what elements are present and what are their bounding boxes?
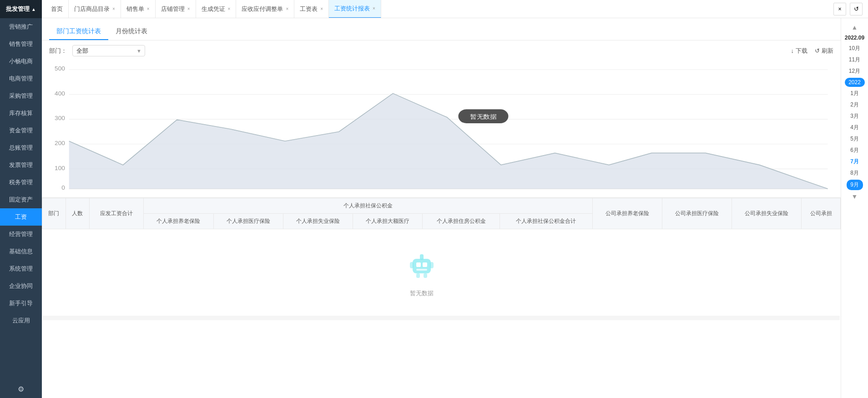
- timeline-nav-down[interactable]: ▼: [852, 191, 858, 202]
- tab-close-icon[interactable]: ×: [112, 6, 115, 11]
- toolbar-right: ↓ 下载 ↺ 刷新: [791, 47, 834, 55]
- timeline-panel: ▲ 2022.09 10月 11月 12月 2022 1月 2月 3月 4月 5…: [841, 18, 868, 398]
- sidebar-header: 批发管理 ▲: [0, 0, 42, 18]
- svg-rect-20: [410, 262, 414, 268]
- gear-icon[interactable]: ⚙: [18, 385, 24, 393]
- svg-rect-16: [416, 262, 421, 267]
- tab-close-icon[interactable]: ×: [320, 6, 323, 11]
- refresh-tabs-button[interactable]: ↺: [850, 3, 863, 15]
- tab-close-icon[interactable]: ×: [187, 6, 190, 11]
- svg-text:100: 100: [55, 165, 65, 171]
- th-salary-total: 应发工资合计: [89, 198, 143, 229]
- sidebar: 批发管理 ▲ 营销推广销售管理小畅电商电商管理采购管理库存核算资金管理总账管理发…: [0, 0, 42, 398]
- tab-label: 店铺管理: [161, 5, 185, 13]
- tab-label: 销售单: [126, 5, 144, 13]
- tab-门店商品目录[interactable]: 门店商品目录×: [69, 0, 121, 18]
- timeline-month-7[interactable]: 7月: [841, 156, 868, 167]
- tab-close-icon[interactable]: ×: [147, 6, 150, 11]
- th-dept: 部门: [42, 198, 66, 229]
- timeline-month-1[interactable]: 1月: [841, 88, 868, 99]
- empty-message: 暂无数据: [410, 289, 434, 297]
- tab-bar: 首页门店商品目录×销售单×店铺管理×生成凭证×应收应付调整单×工资表×工资统计报…: [42, 0, 868, 18]
- tab-dept-stats[interactable]: 部门工资统计表: [49, 24, 108, 40]
- sidebar-item-企业协同[interactable]: 企业协同: [0, 277, 42, 295]
- tab-label: 首页: [51, 5, 63, 13]
- tab-close-icon[interactable]: ×: [286, 6, 288, 11]
- timeline-month-2[interactable]: 2月: [841, 99, 868, 111]
- sidebar-item-云应用[interactable]: 云应用: [0, 312, 42, 329]
- timeline-month-3[interactable]: 3月: [841, 111, 868, 122]
- timeline-month-9-active[interactable]: 9月: [847, 180, 863, 190]
- sidebar-item-系统管理[interactable]: 系统管理: [0, 260, 42, 277]
- sidebar-item-总账管理[interactable]: 总账管理: [0, 139, 42, 156]
- tab-close-icon[interactable]: ×: [228, 6, 231, 11]
- svg-rect-22: [416, 273, 420, 278]
- data-table: 部门 人数 应发工资合计 个人承担社保公积金 公司承担养老保险 公司承担医疗保险…: [42, 198, 841, 316]
- svg-rect-21: [430, 262, 434, 268]
- sidebar-item-基础信息[interactable]: 基础信息: [0, 243, 42, 260]
- timeline-month-4[interactable]: 4月: [841, 122, 868, 133]
- sidebar-item-新手引导[interactable]: 新手引导: [0, 295, 42, 312]
- content-area: 部门工资统计表 月份统计表 部门： 全部 ▼ ↓: [42, 18, 868, 398]
- tab-工资统计报表[interactable]: 工资统计报表×: [329, 0, 381, 18]
- sidebar-item-固定资产[interactable]: 固定资产: [0, 191, 42, 208]
- sidebar-item-发票管理[interactable]: 发票管理: [0, 156, 42, 174]
- svg-text:500: 500: [55, 65, 65, 72]
- tab-销售单[interactable]: 销售单×: [121, 0, 156, 18]
- sidebar-item-小畅电商[interactable]: 小畅电商: [0, 53, 42, 70]
- dept-select[interactable]: 全部: [72, 45, 145, 56]
- dept-label: 部门：: [49, 47, 67, 55]
- sidebar-item-营销推广[interactable]: 营销推广: [0, 18, 42, 35]
- timeline-month-8[interactable]: 8月: [841, 167, 868, 179]
- tab-label: 应收应付调整单: [242, 5, 283, 13]
- tab-monthly-stats[interactable]: 月份统计表: [108, 24, 155, 40]
- sidebar-title: 批发管理: [6, 5, 30, 13]
- timeline-year-label: 2022.09: [845, 33, 864, 43]
- tab-店铺管理[interactable]: 店铺管理×: [156, 0, 196, 18]
- sidebar-item-采购管理[interactable]: 采购管理: [0, 87, 42, 105]
- chart-area: 500 400 300 200 100 0: [42, 61, 841, 197]
- timeline-month-12[interactable]: 12月: [841, 65, 868, 77]
- sidebar-item-经营管理[interactable]: 经营管理: [0, 226, 42, 243]
- th-personal-large: 个人承担大额医疗: [353, 214, 422, 229]
- refresh-button[interactable]: ↺ 刷新: [815, 47, 833, 55]
- empty-state: 暂无数据: [42, 229, 802, 316]
- table-area[interactable]: 部门 人数 应发工资合计 个人承担社保公积金 公司承担养老保险 公司承担医疗保险…: [42, 197, 841, 398]
- main-area: 首页门店商品目录×销售单×店铺管理×生成凭证×应收应付调整单×工资表×工资统计报…: [42, 0, 868, 398]
- tab-工资表[interactable]: 工资表×: [294, 0, 329, 18]
- tab-close-icon[interactable]: ×: [373, 6, 375, 11]
- svg-text:300: 300: [55, 115, 65, 121]
- svg-rect-15: [413, 259, 431, 273]
- svg-text:暂无数据: 暂无数据: [470, 113, 497, 120]
- sidebar-item-资金管理[interactable]: 资金管理: [0, 122, 42, 139]
- toolbar-left: 部门： 全部 ▼: [49, 45, 145, 56]
- refresh-icon: ↺: [815, 47, 820, 54]
- sub-tabs: 部门工资统计表 月份统计表: [42, 18, 841, 40]
- sidebar-item-电商管理[interactable]: 电商管理: [0, 70, 42, 87]
- th-company-unemploy: 公司承担失业保险: [732, 198, 802, 229]
- download-button[interactable]: ↓ 下载: [791, 47, 808, 55]
- timeline-month-5[interactable]: 5月: [841, 133, 868, 145]
- refresh-label: 刷新: [822, 47, 833, 55]
- sidebar-item-销售管理[interactable]: 销售管理: [0, 35, 42, 53]
- sidebar-item-库存核算[interactable]: 库存核算: [0, 105, 42, 122]
- sidebar-item-工资[interactable]: 工资: [0, 208, 42, 226]
- timeline-month-11[interactable]: 11月: [841, 54, 868, 65]
- close-all-button[interactable]: ×: [833, 3, 846, 15]
- timeline-month-10[interactable]: 10月: [841, 43, 868, 54]
- th-count: 人数: [66, 198, 89, 229]
- th-personal-pension: 个人承担养老保险: [144, 214, 213, 229]
- tab-label: 生成凭证: [202, 5, 225, 13]
- h-scrollbar[interactable]: [43, 316, 840, 320]
- chart-svg: 500 400 300 200 100 0: [49, 65, 833, 194]
- sidebar-item-税务管理[interactable]: 税务管理: [0, 174, 42, 191]
- svg-rect-17: [423, 262, 427, 267]
- tab-label: 工资表: [300, 5, 318, 13]
- timeline-year-2022[interactable]: 2022: [845, 78, 865, 87]
- timeline-nav-up[interactable]: ▲: [852, 22, 858, 33]
- tab-首页[interactable]: 首页: [45, 0, 69, 18]
- tab-应收应付调整单[interactable]: 应收应付调整单×: [236, 0, 294, 18]
- tab-生成凭证[interactable]: 生成凭证×: [196, 0, 237, 18]
- timeline-month-6[interactable]: 6月: [841, 145, 868, 156]
- svg-marker-12: [69, 93, 828, 189]
